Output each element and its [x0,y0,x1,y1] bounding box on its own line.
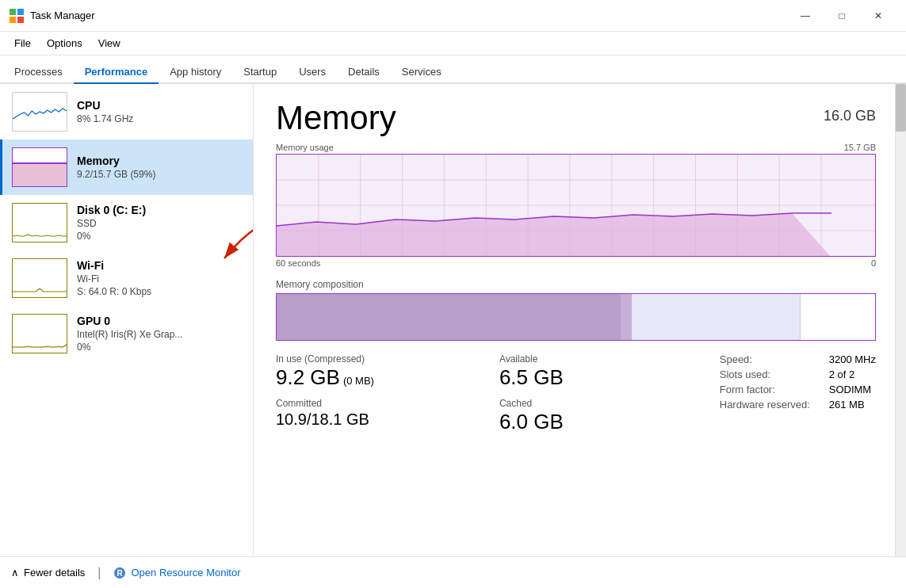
scrollbar-track[interactable] [895,84,906,556]
cpu-info: CPU 8% 1.74 GHz [77,99,243,124]
disk-graph [13,222,67,238]
memory-chart-container: Memory usage 15.7 GB [276,143,876,268]
wifi-info: Wi-Fi Wi-Fi S: 64.0 R: 0 Kbps [77,259,243,297]
stat-cached-label: Cached [499,398,704,409]
tab-services[interactable]: Services [391,61,453,84]
composition-label: Memory composition [276,279,876,290]
minimize-button[interactable]: — [787,4,824,28]
separator: | [97,566,101,580]
memory-thumbnail [12,147,67,187]
stat-in-use-value: 9.2 GB [276,365,340,391]
gpu-sub2: 0% [77,342,243,353]
chevron-up-icon: ∧ [11,567,19,578]
resource-monitor-icon: R [113,567,126,579]
sidebar-item-disk0[interactable]: Disk 0 (C: E:) SSD 0% [0,195,253,250]
app-title: Task Manager [30,10,95,21]
memory-fill [13,164,67,186]
stat-in-use-compressed: (0 MB) [343,375,374,387]
svg-rect-3 [17,17,24,23]
stat-form-row: Form factor: SODIMM [720,384,876,395]
open-resource-monitor-label: Open Resource Monitor [131,567,240,578]
panel-header: Memory 16.0 GB [276,100,876,136]
stat-hw-reserved-label: Hardware reserved: [720,399,823,410]
svg-marker-21 [277,213,831,256]
tab-details[interactable]: Details [337,61,391,84]
tab-users[interactable]: Users [288,61,337,84]
stat-committed-label: Committed [276,398,480,409]
stat-available-label: Available [499,353,704,365]
panel-title: Memory [276,100,396,136]
cpu-sub: 8% 1.74 GHz [77,113,243,124]
comp-modified [621,294,632,340]
stat-speed-value: 3200 MHz [829,353,876,365]
chart-grid-svg [277,155,875,256]
cpu-graph [13,97,67,124]
main-content: CPU 8% 1.74 GHz Memory 9.2/15.7 GB (59%) [0,84,906,556]
sidebar-item-memory[interactable]: Memory 9.2/15.7 GB (59%) [0,139,253,195]
title-bar-left: Task Manager [10,9,95,23]
tab-performance[interactable]: Performance [74,61,159,84]
tab-app-history[interactable]: App history [159,61,232,84]
open-resource-monitor-link[interactable]: R Open Resource Monitor [113,567,240,579]
wifi-sub2: S: 64.0 R: 0 Kbps [77,286,243,297]
comp-in-use [277,294,621,340]
menu-file[interactable]: File [6,34,39,52]
app-icon [10,9,24,23]
stat-slots-label: Slots used: [720,368,823,380]
chart-time-row: 60 seconds 0 [276,258,876,268]
chart-label-row: Memory usage 15.7 GB [276,143,876,152]
chart-max-label: 15.7 GB [844,143,876,152]
memory-line [13,162,67,164]
right-stats: Speed: 3200 MHz Slots used: 2 of 2 Form … [720,353,876,436]
stat-hw-reserved-row: Hardware reserved: 261 MB [720,399,876,410]
stat-cached-value: 6.0 GB [499,409,704,436]
fewer-details-button[interactable]: ∧ Fewer details [11,567,85,578]
disk-info: Disk 0 (C: E:) SSD 0% [77,204,243,242]
comp-standby [632,294,800,340]
stat-form-value: SODIMM [829,384,871,395]
stat-committed-value: 10.9/18.1 GB [276,409,480,430]
disk-sub1: SSD [77,218,243,229]
chart-time-left: 60 seconds [276,258,320,268]
svg-text:R: R [117,569,124,578]
sidebar-item-cpu[interactable]: CPU 8% 1.74 GHz [0,84,253,139]
right-panel: Memory 16.0 GB Memory usage 15.7 GB [254,84,895,556]
memory-title: Memory [77,155,243,167]
stat-speed-label: Speed: [720,353,823,365]
cpu-thumbnail [12,92,67,132]
fewer-details-label: Fewer details [24,567,85,578]
maximize-button[interactable]: □ [824,4,860,28]
svg-rect-1 [17,9,24,15]
wifi-thumbnail [12,258,67,298]
disk-title: Disk 0 (C: E:) [77,204,243,216]
cpu-title: CPU [77,99,243,112]
tab-bar: Processes Performance App history Startu… [0,55,906,84]
menu-options[interactable]: Options [39,34,90,52]
memory-sub: 9.2/15.7 GB (59%) [77,169,243,180]
tab-processes[interactable]: Processes [3,61,74,84]
stats-area: In use (Compressed) 9.2 GB (0 MB) Availa… [276,353,876,436]
stat-hw-reserved-value: 261 MB [829,399,865,410]
menu-view[interactable]: View [90,34,128,52]
title-bar: Task Manager — □ ✕ [0,0,906,32]
disk-sub2: 0% [77,231,243,242]
sidebar-item-gpu0[interactable]: GPU 0 Intel(R) Iris(R) Xe Grap... 0% [0,306,253,361]
left-stats: In use (Compressed) 9.2 GB (0 MB) Availa… [276,353,704,436]
menu-bar: File Options View [0,32,906,55]
gpu-graph [13,333,67,349]
svg-rect-2 [10,17,16,23]
tab-startup[interactable]: Startup [232,61,288,84]
stat-committed: Committed 10.9/18.1 GB [276,398,480,436]
sidebar: CPU 8% 1.74 GHz Memory 9.2/15.7 GB (59%) [0,84,254,556]
scrollbar-thumb[interactable] [896,84,906,132]
close-button[interactable]: ✕ [860,4,896,28]
stat-available: Available 6.5 GB [499,353,704,391]
stat-in-use: In use (Compressed) 9.2 GB (0 MB) [276,353,480,391]
chart-time-right: 0 [871,258,876,268]
stat-cached: Cached 6.0 GB [499,398,704,436]
memory-chart [276,154,876,257]
gpu-sub1: Intel(R) Iris(R) Xe Grap... [77,329,243,340]
sidebar-item-wifi[interactable]: Wi-Fi Wi-Fi S: 64.0 R: 0 Kbps [0,250,253,306]
stat-slots-row: Slots used: 2 of 2 [720,368,876,380]
gpu-title: GPU 0 [77,315,243,327]
